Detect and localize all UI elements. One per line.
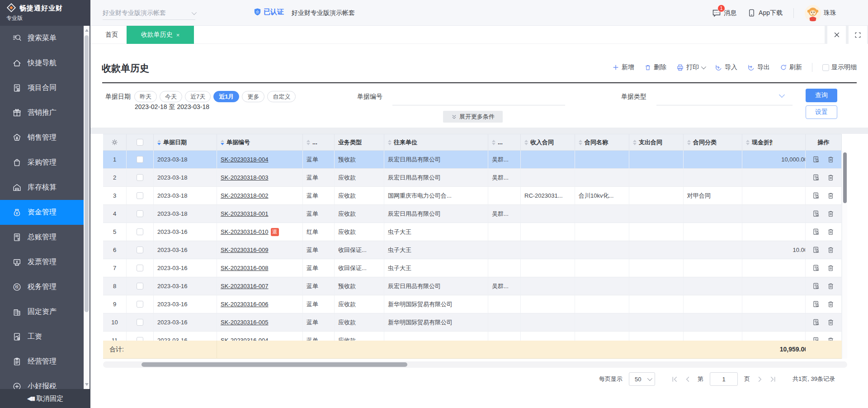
tab-close-icon[interactable]: ×	[176, 32, 180, 38]
row-select-cell[interactable]	[127, 259, 154, 277]
tab-home[interactable]: 首页	[105, 26, 118, 44]
row-checkbox[interactable]	[137, 174, 143, 181]
sort-icons[interactable]	[157, 140, 161, 145]
table-row[interactable]: 102023-03-16SK-20230316-005蓝单应收款新华明国际贸易有…	[103, 313, 842, 332]
delete-row-icon[interactable]	[827, 228, 835, 236]
query-button[interactable]: 查询	[806, 89, 837, 102]
doc-link[interactable]: SK-20230316-004	[221, 337, 269, 341]
table-row[interactable]: 112023-03-16SK-20230316-004蓝单应收款	[103, 332, 842, 341]
doc-link[interactable]: SK-20230316-008	[221, 265, 269, 271]
sort-icons[interactable]	[579, 140, 582, 145]
delete-row-icon[interactable]	[827, 246, 835, 254]
sidebar-item-funds[interactable]: 资金管理	[0, 200, 84, 225]
h-scrollbar-thumb[interactable]	[142, 362, 407, 367]
select-all-checkbox[interactable]	[137, 139, 143, 146]
sidebar-item-invoice[interactable]: 发票管理	[0, 250, 84, 275]
app-download-button[interactable]: App下载	[747, 9, 783, 17]
next-page-button[interactable]	[756, 376, 763, 383]
view-detail-icon[interactable]	[812, 156, 820, 163]
sidebar-item-tax[interactable]: 税税务管理	[0, 275, 84, 299]
settings-button[interactable]: 设置	[806, 105, 837, 119]
column-settings-cell[interactable]	[103, 134, 127, 151]
table-row[interactable]: 42023-03-18SK-20230318-001蓝单应收款辰宏日用品有限公司…	[103, 205, 842, 223]
table-row[interactable]: 92023-03-16SK-20230316-006蓝单应收款新华明国际贸易有限…	[103, 295, 842, 313]
sidebar-item-taxhelper[interactable]: 小好报税	[0, 374, 84, 389]
doc-link[interactable]: SK-20230318-001	[221, 210, 269, 217]
column-header-2[interactable]: 单据编号	[217, 134, 303, 151]
row-checkbox[interactable]	[137, 247, 143, 253]
date-range-text[interactable]: 2023-02-18 至 2023-03-18	[135, 103, 209, 111]
view-detail-icon[interactable]	[812, 300, 820, 308]
row-checkbox[interactable]	[137, 337, 143, 341]
sidebar-item-sales[interactable]: 销售管理	[0, 125, 84, 150]
row-checkbox[interactable]	[137, 283, 143, 289]
sidebar-item-assets[interactable]: 固定资产	[0, 299, 84, 324]
messages-button[interactable]: 消息 1	[712, 9, 736, 18]
sort-icons[interactable]	[746, 140, 750, 145]
first-page-button[interactable]	[671, 376, 678, 383]
view-detail-icon[interactable]	[812, 318, 820, 326]
export-button[interactable]: 导出	[747, 63, 770, 71]
expand-more-conditions-button[interactable]: 展开更多条件	[443, 111, 503, 123]
table-row[interactable]: 12023-03-18SK-20230318-004蓝单预收款辰宏日用品有限公司…	[103, 151, 842, 169]
scroll-down-icon[interactable]	[85, 383, 89, 386]
unpin-sidebar-button[interactable]: ◀▮▮ 取消固定	[0, 389, 90, 408]
prev-page-button[interactable]	[684, 376, 691, 383]
row-checkbox[interactable]	[137, 210, 143, 217]
row-select-cell[interactable]	[127, 277, 154, 295]
sort-icons[interactable]	[492, 140, 495, 145]
view-detail-icon[interactable]	[812, 210, 820, 218]
row-checkbox[interactable]	[137, 265, 143, 271]
doc-link[interactable]: SK-20230316-009	[221, 247, 269, 253]
doc-link[interactable]: SK-20230318-002	[221, 192, 269, 199]
date-pill-近7天[interactable]: 近7天	[185, 91, 211, 102]
table-row[interactable]: 72023-03-16SK-20230316-008蓝单收回保证...虫子大王	[103, 259, 842, 277]
doc-link[interactable]: SK-20230316-010	[221, 228, 269, 235]
delete-row-icon[interactable]	[827, 210, 835, 218]
row-select-cell[interactable]	[127, 187, 154, 205]
sort-icons[interactable]	[307, 140, 310, 145]
row-select-cell[interactable]	[127, 223, 154, 241]
sidebar-item-search[interactable]: 搜索菜单	[0, 26, 84, 51]
row-select-cell[interactable]	[127, 151, 154, 169]
delete-row-icon[interactable]	[827, 300, 835, 308]
column-header-11[interactable]: 现金折扣	[742, 134, 806, 151]
scroll-up-icon[interactable]	[85, 29, 89, 32]
view-detail-icon[interactable]	[812, 246, 820, 254]
row-checkbox[interactable]	[137, 156, 143, 163]
delete-row-icon[interactable]	[827, 174, 835, 181]
last-page-button[interactable]	[769, 376, 776, 383]
doc-link[interactable]: SK-20230318-004	[221, 156, 269, 163]
sidebar-item-ledger[interactable]: 总账管理	[0, 225, 84, 250]
doc-link[interactable]: SK-20230316-007	[221, 283, 269, 289]
delete-row-icon[interactable]	[827, 192, 835, 199]
column-header-5[interactable]: 往来单位	[384, 134, 488, 151]
sort-icons[interactable]	[388, 140, 392, 145]
account-set-dropdown[interactable]: 好业财专业版演示帐套	[103, 6, 195, 20]
view-detail-icon[interactable]	[812, 174, 820, 181]
doc-link[interactable]: SK-20230316-005	[221, 319, 269, 326]
column-header-8[interactable]: 合同名称	[575, 134, 629, 151]
page-number-input[interactable]	[710, 372, 738, 386]
page-size-select[interactable]: 50	[629, 372, 655, 386]
view-detail-icon[interactable]	[812, 282, 820, 290]
view-detail-icon[interactable]	[812, 337, 820, 341]
delete-row-icon[interactable]	[827, 337, 835, 341]
close-all-tabs-button[interactable]	[827, 26, 846, 44]
column-header-4[interactable]: 业务类型	[335, 134, 384, 151]
sidebar-item-inventory[interactable]: 库存核算	[0, 175, 84, 200]
print-button[interactable]: 打印	[676, 63, 705, 71]
row-select-cell[interactable]	[127, 241, 154, 259]
column-header-6[interactable]: ...	[488, 134, 521, 151]
sidebar-item-gift[interactable]: 营销推广	[0, 100, 84, 125]
date-pill-昨天[interactable]: 昨天	[134, 91, 157, 102]
row-select-cell[interactable]	[127, 332, 154, 341]
show-detail-checkbox[interactable]	[822, 64, 829, 71]
column-header-9[interactable]: 支出合同	[629, 134, 684, 151]
delete-row-icon[interactable]	[827, 264, 835, 272]
date-pill-自定义[interactable]: 自定义	[267, 91, 296, 102]
row-select-cell[interactable]	[127, 313, 154, 332]
delete-row-icon[interactable]	[827, 318, 835, 326]
doc-link[interactable]: SK-20230318-003	[221, 174, 269, 181]
sidebar-item-mgmt[interactable]: 经营管理	[0, 349, 84, 374]
